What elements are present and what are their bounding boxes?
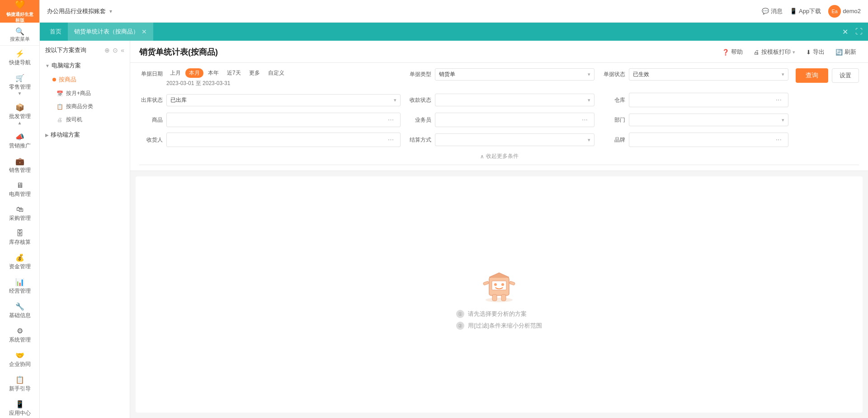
desktop-scheme-group: ▼ 电脑端方案 按商品 📅 按月+商品 📋 按商品分类 🖨 按司机: [40, 58, 130, 127]
sidebar-item-sales[interactable]: 💼 销售管理: [0, 153, 39, 178]
tab-close-all-btn[interactable]: ✕: [840, 26, 850, 38]
content-area: 销货单统计表(按商品) ❓ 帮助 🖨 按模板打印 ▾ ⬇: [130, 41, 868, 418]
main-area: 办公用品行业模拟账套 ▾ 💬 消息 📱 App下载 Ea demo2 首页: [40, 0, 868, 418]
industry-dropdown-icon[interactable]: ▾: [109, 8, 112, 14]
refresh-btn[interactable]: 🔄 刷新: [833, 46, 859, 58]
collapse-panel-icon[interactable]: «: [121, 47, 124, 54]
sidebar-item-newbie[interactable]: 📋 新手引导: [0, 372, 39, 396]
salesperson-dots-btn[interactable]: ···: [579, 115, 590, 125]
receiver-dots-btn[interactable]: ···: [385, 135, 396, 145]
date-filter: 上月 本月 本年 近7天 更多 自定义 2023-03-01 至 2023-03…: [166, 68, 288, 87]
label-payment-method: 结算方式: [408, 136, 435, 144]
sidebar-item-ecommerce[interactable]: 🖥 电商管理: [0, 178, 39, 202]
add-scheme-icon[interactable]: ⊕: [104, 47, 110, 54]
print-dropdown-icon[interactable]: ▾: [793, 49, 795, 55]
order-type-value: 销货单: [439, 71, 588, 78]
brand-dots-btn[interactable]: ···: [773, 135, 784, 145]
search-menu-item[interactable]: 🔍 搜索菜单: [0, 23, 39, 46]
app-logo: 🧡 畅捷通好生意 标版: [0, 0, 39, 23]
warehouse-dots-btn[interactable]: ···: [773, 95, 784, 105]
order-status-value: 已生效: [633, 71, 782, 78]
topbar: 办公用品行业模拟账套 ▾ 💬 消息 📱 App下载 Ea demo2: [40, 0, 868, 23]
sidebar-item-enterprise[interactable]: 🤝 企业协同: [0, 347, 39, 372]
scheme-item-by-month-goods[interactable]: 📅 按月+商品: [40, 87, 130, 100]
label-out-warehouse-status: 出库状态: [139, 96, 166, 104]
topbar-right: 💬 消息 📱 App下载 Ea demo2: [762, 5, 861, 18]
date-tab-this-month[interactable]: 本月: [185, 68, 203, 78]
calendar-icon: 📅: [56, 90, 63, 97]
collection-dropdown-icon[interactable]: ▾: [588, 97, 590, 103]
sidebar-item-finance[interactable]: 💰 资金管理: [0, 250, 39, 274]
label-receiver: 收货人: [139, 136, 166, 144]
empty-state: ① 请先选择要分析的方案 ② 用[过滤]条件来缩小分析范围: [136, 176, 863, 413]
tabbar: 首页 销货单统计表（按商品） ✕ ✕ ⛶: [40, 23, 868, 41]
page-title: 销货单统计表(按商品): [139, 47, 218, 57]
label-collection-status: 收款状态: [408, 96, 435, 104]
tab-expand-btn[interactable]: ⛶: [854, 26, 864, 38]
sidebar-item-app-center[interactable]: 📱 应用中心: [0, 396, 39, 418]
sidebar-item-marketing[interactable]: 📣 营销推广: [0, 129, 39, 153]
edit-scheme-icon[interactable]: ⊙: [113, 47, 118, 54]
order-status-dropdown-icon[interactable]: ▾: [782, 71, 784, 77]
date-tab-more[interactable]: 更多: [245, 68, 264, 78]
sidebar-item-purchase[interactable]: 🛍 采购管理: [0, 202, 39, 226]
print-btn[interactable]: 🖨 按模板打印 ▾: [751, 46, 798, 58]
date-tab-this-year[interactable]: 本年: [204, 68, 222, 78]
scheme-active-dot: [52, 78, 56, 81]
message-icon: 💬: [762, 8, 769, 14]
scheme-item-by-category[interactable]: 📋 按商品分类: [40, 100, 130, 113]
topbar-left: 办公用品行业模拟账套 ▾: [47, 7, 762, 15]
date-tab-7days[interactable]: 近7天: [223, 68, 245, 78]
sidebar-item-retail[interactable]: 🛒 零售管理 ▼: [0, 70, 39, 100]
sidebar-item-inventory[interactable]: 🗄 库存核算: [0, 226, 39, 250]
tab-sales-stats[interactable]: 销货单统计表（按商品） ✕: [68, 23, 153, 41]
label-warehouse: 仓库: [602, 96, 629, 104]
settings-button[interactable]: 设置: [832, 68, 859, 83]
date-tabs: 上月 本月 本年 近7天 更多 自定义: [166, 68, 288, 78]
goods-dots-btn[interactable]: ···: [385, 115, 396, 125]
sidebar-item-operations[interactable]: 📊 经营管理: [0, 274, 39, 299]
sidebar-item-basics[interactable]: 🔧 基础信息: [0, 299, 39, 323]
svg-point-4: [501, 283, 504, 286]
label-brand: 品牌: [602, 136, 629, 144]
out-warehouse-value: 已出库: [170, 96, 394, 104]
page-title-row: 销货单统计表(按商品) ❓ 帮助 🖨 按模板打印 ▾ ⬇: [139, 46, 859, 58]
department-dropdown-icon[interactable]: ▾: [782, 117, 784, 123]
tab-close-icon[interactable]: ✕: [142, 28, 147, 35]
page-actions: ❓ 帮助 🖨 按模板打印 ▾ ⬇ 导出 🔄: [719, 46, 859, 58]
tip-num-2: ②: [456, 322, 464, 330]
scheme-item-by-driver[interactable]: 🖨 按司机: [40, 113, 130, 126]
user-menu-btn[interactable]: Ea demo2: [828, 5, 861, 18]
tab-home[interactable]: 首页: [43, 23, 68, 41]
scheme-item-by-goods[interactable]: 按商品: [40, 72, 130, 87]
user-avatar: Ea: [828, 5, 841, 18]
desktop-group-header[interactable]: ▼ 电脑端方案: [40, 59, 130, 72]
help-btn[interactable]: ❓ 帮助: [719, 46, 745, 58]
filter-panel-icons: ⊕ ⊙ «: [104, 47, 124, 54]
collapse-btn[interactable]: ∧ 收起更多条件: [480, 152, 519, 160]
empty-tip-2: ② 用[过滤]条件来缩小分析范围: [456, 322, 542, 330]
sidebar: 🧡 畅捷通好生意 标版 🔍 搜索菜单 ⚡ 快捷导航 🛒 零售管理 ▼ 📦 批发管…: [0, 0, 40, 418]
sidebar-item-system[interactable]: ⚙ 系统管理: [0, 323, 39, 347]
sidebar-item-quick-nav[interactable]: ⚡ 快捷导航: [0, 46, 39, 70]
message-btn[interactable]: 💬 消息: [762, 7, 783, 15]
app-download-btn[interactable]: 📱 App下载: [790, 7, 821, 15]
label-department: 部门: [602, 116, 629, 124]
page-header: 销货单统计表(按商品) ❓ 帮助 🖨 按模板打印 ▾ ⬇: [130, 41, 868, 63]
order-type-dropdown-icon[interactable]: ▾: [588, 71, 590, 77]
sidebar-item-wholesale[interactable]: 📦 批发管理 ▲: [0, 100, 39, 129]
list-icon: 📋: [56, 103, 63, 110]
label-goods: 商品: [139, 116, 166, 124]
empty-tip-1: ① 请先选择要分析的方案: [456, 310, 542, 318]
mobile-group-header[interactable]: ▶ 移动端方案: [40, 128, 130, 142]
payment-method-dropdown-icon[interactable]: ▾: [588, 137, 590, 143]
svg-point-0: [486, 298, 513, 302]
date-tab-custom[interactable]: 自定义: [264, 68, 288, 78]
out-warehouse-dropdown-icon[interactable]: ▾: [394, 97, 396, 103]
export-btn[interactable]: ⬇ 导出: [803, 46, 827, 58]
collapse-row: ∧ 收起更多条件: [139, 149, 859, 165]
refresh-icon: 🔄: [835, 49, 843, 56]
date-tab-last-month[interactable]: 上月: [166, 68, 184, 78]
query-button[interactable]: 查询: [796, 68, 828, 83]
export-icon: ⬇: [806, 49, 811, 56]
